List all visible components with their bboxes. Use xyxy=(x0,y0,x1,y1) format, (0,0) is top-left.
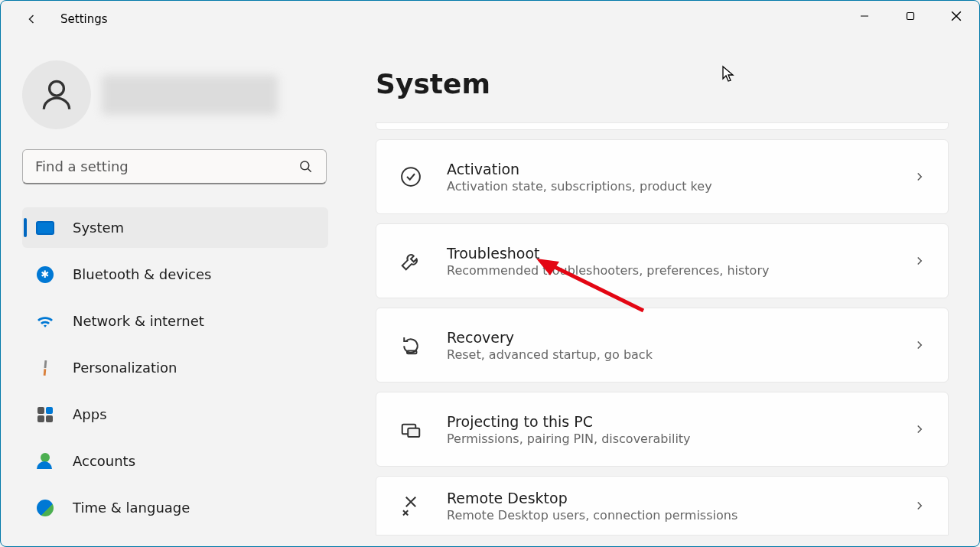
svg-rect-10 xyxy=(408,428,419,437)
close-button[interactable] xyxy=(933,1,979,31)
row-desc: Permissions, pairing PIN, discoverabilit… xyxy=(447,431,913,446)
remote-icon xyxy=(398,493,424,519)
search-input[interactable] xyxy=(35,158,298,174)
row-title: Troubleshoot xyxy=(447,245,913,262)
chevron-right-icon xyxy=(913,499,926,513)
chevron-right-icon xyxy=(913,338,926,352)
recovery-icon xyxy=(398,332,424,358)
bluetooth-icon: ✱ xyxy=(36,265,54,284)
projecting-icon xyxy=(398,416,424,442)
brush-icon xyxy=(32,355,58,381)
search-icon xyxy=(298,159,314,174)
nav-label: Apps xyxy=(73,406,107,422)
sidebar-item-bluetooth[interactable]: ✱ Bluetooth & devices xyxy=(22,254,328,295)
settings-row-troubleshoot[interactable]: Troubleshoot Recommended troubleshooters… xyxy=(376,223,949,298)
svg-point-5 xyxy=(301,161,309,169)
sidebar-item-accounts[interactable]: Accounts xyxy=(22,441,328,481)
svg-rect-1 xyxy=(907,13,914,20)
page-title: System xyxy=(376,68,949,99)
nav-label: Network & internet xyxy=(73,313,204,329)
row-title: Projecting to this PC xyxy=(447,413,913,430)
nav-label: Bluetooth & devices xyxy=(73,266,211,282)
nav-label: Personalization xyxy=(73,360,177,376)
accounts-icon xyxy=(36,452,54,470)
nav-label: System xyxy=(73,220,124,236)
app-title: Settings xyxy=(60,12,108,26)
nav-list: System ✱ Bluetooth & devices Network & i… xyxy=(22,207,330,528)
back-button[interactable] xyxy=(16,4,47,34)
settings-row-activation[interactable]: Activation Activation state, subscriptio… xyxy=(376,139,949,214)
svg-point-7 xyxy=(402,168,420,186)
window-controls xyxy=(842,1,979,31)
settings-row-remote[interactable]: Remote Desktop Remote Desktop users, con… xyxy=(376,476,949,536)
minimize-button[interactable] xyxy=(842,1,887,31)
sidebar-item-network[interactable]: Network & internet xyxy=(22,301,328,341)
row-desc: Recommended troubleshooters, preferences… xyxy=(447,263,913,278)
nav-label: Accounts xyxy=(73,453,135,469)
search-field[interactable] xyxy=(22,149,327,184)
settings-row-partial[interactable] xyxy=(376,122,949,130)
svg-point-4 xyxy=(50,81,64,96)
sidebar-item-personalization[interactable]: Personalization xyxy=(22,347,328,388)
row-title: Recovery xyxy=(447,329,913,346)
account-name-redacted xyxy=(102,75,278,115)
system-icon xyxy=(36,219,54,237)
row-desc: Remote Desktop users, connection permiss… xyxy=(447,508,913,523)
row-desc: Activation state, subscriptions, product… xyxy=(447,179,913,194)
sidebar-item-apps[interactable]: Apps xyxy=(22,394,328,435)
wrench-icon xyxy=(398,248,424,274)
svg-line-6 xyxy=(308,168,311,171)
chevron-right-icon xyxy=(913,170,926,184)
sidebar: System ✱ Bluetooth & devices Network & i… xyxy=(1,37,330,546)
titlebar: Settings xyxy=(1,1,979,37)
settings-row-projecting[interactable]: Projecting to this PC Permissions, pairi… xyxy=(376,392,949,467)
main-content: System Activation Activation state, subs… xyxy=(330,37,979,546)
row-title: Activation xyxy=(447,161,913,177)
sidebar-item-system[interactable]: System xyxy=(22,207,328,248)
apps-icon xyxy=(36,405,54,424)
checkmark-icon xyxy=(398,164,424,190)
settings-row-recovery[interactable]: Recovery Reset, advanced startup, go bac… xyxy=(376,308,949,383)
settings-list: Activation Activation state, subscriptio… xyxy=(376,122,949,536)
chevron-right-icon xyxy=(913,254,926,268)
maximize-button[interactable] xyxy=(887,1,933,31)
nav-label: Time & language xyxy=(73,500,190,516)
account-header[interactable] xyxy=(22,60,330,129)
wifi-icon xyxy=(36,312,54,330)
globe-icon xyxy=(36,499,54,517)
sidebar-item-time-language[interactable]: Time & language xyxy=(22,487,328,528)
chevron-right-icon xyxy=(913,422,926,436)
row-desc: Reset, advanced startup, go back xyxy=(447,347,913,362)
avatar xyxy=(22,60,91,129)
row-title: Remote Desktop xyxy=(447,490,913,506)
